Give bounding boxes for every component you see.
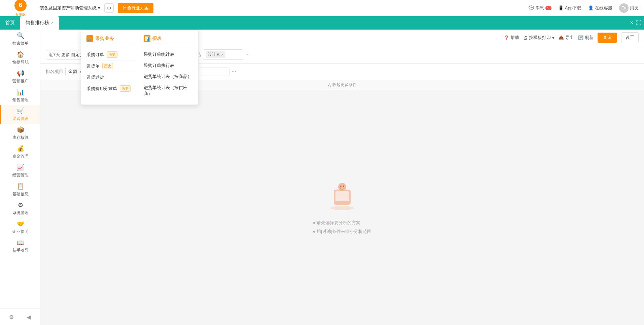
dropdown-columns: 🛒 采购业务 采购订单 历史 进货单 历史 进货退货	[86, 35, 193, 99]
export-icon: 📤	[559, 35, 564, 40]
message-badge: 9	[545, 6, 551, 10]
dropdown-item-purchase-order[interactable]: 采购订单 历史	[86, 49, 136, 60]
export-button[interactable]: 📤 导出	[559, 35, 574, 41]
po-stats-label: 采购订单统计表	[144, 51, 174, 57]
refresh-label: 刷新	[585, 35, 594, 41]
help-icon: ❓	[504, 35, 509, 40]
tab-sales-ranking-label: 销售排行榜	[26, 20, 49, 26]
inventory-icon: 📦	[17, 126, 24, 133]
dropdown-item-inbound-by-product[interactable]: 进货单统计表（按商品）	[144, 71, 193, 82]
sidebar-label-operations: 经营管理	[12, 172, 29, 178]
print-label: 按模板打印	[529, 35, 551, 41]
dropdown-menu: 🛒 采购业务 采购订单 历史 进货单 历史 进货退货	[81, 30, 199, 105]
tab-sales-ranking[interactable]: 销售排行榜 ×	[20, 16, 59, 30]
avatar: Ea	[619, 3, 629, 13]
finance-icon: 💰	[17, 145, 24, 152]
export-label: 导出	[565, 35, 574, 41]
dropdown-item-po-exec[interactable]: 采购订单执行表	[144, 60, 193, 71]
report-col-icon: 📊	[144, 35, 150, 42]
tabbar-close-button[interactable]: ×	[630, 20, 633, 26]
empty-hint-2: ● 用[过滤]条件来缩小分析范围	[313, 227, 372, 236]
topbar-right: 💬 消息 9 📱 App下载 👤 在线客服 Ea 用友	[529, 3, 639, 13]
query-button[interactable]: 查询	[598, 33, 617, 43]
purchase-order-history: 历史	[107, 51, 117, 58]
sidebar-item-operations[interactable]: 📈 经营管理	[0, 161, 40, 180]
product-more-dots[interactable]: ···	[245, 52, 250, 58]
product-filter: 商品 设计素 × ···	[192, 49, 250, 60]
sidebar-label-procurement: 采购管理	[12, 116, 29, 122]
sidebar-item-guide[interactable]: 📖 新手引导	[0, 237, 40, 255]
tab-home-label: 首页	[5, 20, 15, 26]
expense-history: 历史	[120, 85, 131, 92]
sidebar-item-base-info[interactable]: 📋 基础信息	[0, 180, 40, 199]
tabbar-expand-button[interactable]: ⛶	[636, 20, 641, 26]
inbound-label: 进货单	[86, 63, 100, 69]
inbound-by-product-label: 进货单统计表（按商品）	[144, 74, 192, 80]
tab-home[interactable]: 首页	[0, 16, 20, 30]
help-label: 帮助	[510, 35, 519, 41]
dropdown-item-po-stats[interactable]: 采购订单统计表	[144, 49, 193, 60]
online-service-label: 在线客服	[595, 5, 612, 11]
system-dropdown-icon[interactable]: ▾	[98, 5, 100, 10]
report-col-title: 报表	[152, 36, 162, 42]
dropdown-item-inbound[interactable]: 进货单 历史	[86, 60, 136, 72]
service-icon: 👤	[588, 5, 594, 10]
message-icon: 💬	[529, 5, 534, 10]
system-title-area: 装备及固定资产辅助管理系统 ▾	[40, 5, 102, 11]
system-icon: ⚙	[18, 201, 23, 209]
settings-button[interactable]: 设置	[621, 32, 639, 43]
toolbar-right: ❓ 帮助 🖨 按模板打印 ▾ 📤 导出 🔄 刷新 查询 设置	[504, 32, 639, 43]
inbound-by-supplier-label: 进货单统计表（按供应商）	[144, 85, 193, 97]
sidebar-item-system[interactable]: ⚙ 系统管理	[0, 199, 40, 218]
refresh-button[interactable]: 🔄 刷新	[578, 35, 594, 41]
sidebar-collapse-button[interactable]: ◀	[23, 312, 34, 322]
sidebar-settings-button[interactable]: ⚙	[6, 312, 17, 322]
app-download-item[interactable]: 📱 App下载	[558, 5, 581, 11]
svg-point-5	[343, 186, 344, 187]
sidebar-item-finance[interactable]: 💰 资金管理	[0, 143, 40, 161]
dropdown-item-expense[interactable]: 采购费用分摊单 历史	[86, 83, 136, 94]
settings-icon[interactable]: ⚙	[104, 3, 114, 13]
procurement-col-title: 采购业务	[95, 36, 114, 42]
sidebar-item-enterprise[interactable]: 🤝 企业协同	[0, 218, 40, 237]
sidebar-bottom: ⚙ ◀	[0, 309, 40, 325]
sidebar-label-inventory: 库存核算	[12, 135, 29, 140]
svg-point-4	[340, 186, 342, 187]
online-service-item[interactable]: 👤 在线客服	[588, 5, 612, 11]
sidebar-item-marketing[interactable]: 📢 营销推广	[0, 67, 40, 86]
sidebar-item-quick-nav[interactable]: 🏠 快捷导航	[0, 48, 40, 67]
content-area: ❓ 帮助 🖨 按模板打印 ▾ 📤 导出 🔄 刷新 查询 设置	[40, 30, 644, 325]
sidebar-label-search: 搜索菜单	[12, 41, 29, 46]
sidebar-item-procurement[interactable]: 🛒 采购管理	[0, 105, 40, 124]
industry-button[interactable]: 体验行业方案	[118, 3, 153, 13]
print-dropdown-icon: ▾	[552, 35, 554, 40]
app-download-label: App下载	[565, 5, 581, 11]
sidebar-item-inventory[interactable]: 📦 库存核算	[0, 124, 40, 143]
svg-point-0	[330, 206, 354, 210]
dropdown-item-return[interactable]: 进货退货	[86, 72, 136, 83]
customer-more-dots[interactable]: ···	[231, 69, 236, 75]
sidebar-label-enterprise: 企业协同	[12, 229, 29, 235]
report-column: 📊 报表 采购订单统计表 采购订单执行表 进货单统计表（按商品） 进货单统计表（…	[144, 35, 193, 99]
empty-hint: ● 请先选择要分析的方案 ● 用[过滤]条件来缩小分析范围	[313, 218, 372, 236]
tab-close-icon[interactable]: ×	[51, 21, 53, 25]
guide-icon: 📖	[17, 239, 24, 246]
search-icon: 🔍	[17, 32, 24, 39]
sidebar: 🔍 搜索菜单 🏠 快捷导航 📢 营销推广 📊 销售管理 🛒 采购管理 📦 库存核…	[0, 30, 40, 325]
product-tag-close[interactable]: ×	[221, 52, 223, 57]
sidebar-item-sales[interactable]: 📊 销售管理	[0, 86, 40, 105]
product-tag-value: 设计素	[208, 52, 220, 57]
sidebar-label-marketing: 营销推广	[12, 78, 29, 84]
system-title: 装备及固定资产辅助管理系统	[40, 5, 97, 11]
sidebar-item-search[interactable]: 🔍 搜索菜单	[0, 30, 40, 48]
message-item[interactable]: 💬 消息 9	[529, 5, 551, 11]
print-template-button[interactable]: 🖨 按模板打印 ▾	[523, 35, 554, 41]
user-item[interactable]: Ea 用友	[619, 3, 639, 13]
dropdown-item-inbound-by-supplier[interactable]: 进货单统计表（按供应商）	[144, 82, 193, 99]
collapse-icon: ⋀	[328, 83, 331, 87]
product-input[interactable]: 设计素 ×	[203, 49, 243, 60]
po-exec-label: 采购订单执行表	[144, 63, 174, 69]
main-layout: 🔍 搜索菜单 🏠 快捷导航 📢 营销推广 📊 销售管理 🛒 采购管理 📦 库存核…	[0, 30, 644, 325]
empty-state: ● 请先选择要分析的方案 ● 用[过滤]条件来缩小分析范围	[40, 90, 644, 325]
help-button[interactable]: ❓ 帮助	[504, 35, 519, 41]
